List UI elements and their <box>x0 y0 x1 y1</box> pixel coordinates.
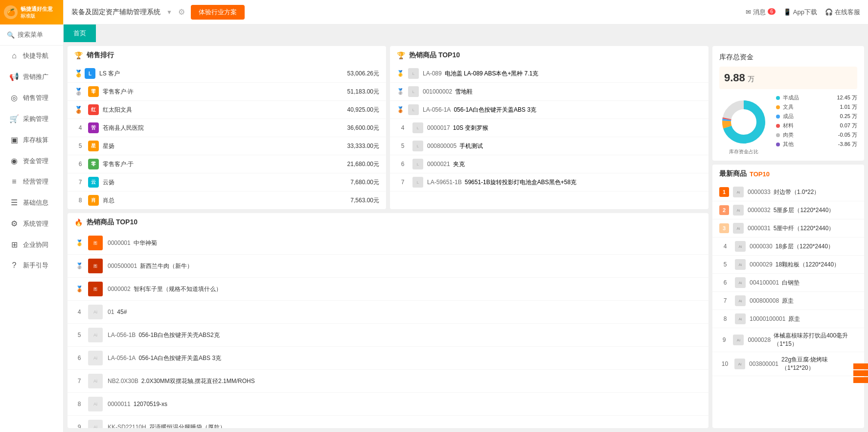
sidebar-item-purchase[interactable]: 🛒 采购管理 <box>0 108 63 129</box>
rank-number: 6 <box>74 161 86 168</box>
sales-ranking-header: 🏆 销售排行 <box>68 46 386 65</box>
table-row: 🥇 L LA-089 电池盖 LA-089 ABS本色+黑种 7.1克 <box>390 65 708 83</box>
product-image: L <box>412 122 423 133</box>
inventory-amount: 9.88 <box>724 72 745 84</box>
system-icon: ⚙ <box>9 219 19 228</box>
avatar: 红 <box>88 104 99 115</box>
list-item: 8 Ai 10000100001 原圭 <box>712 310 864 328</box>
mobile-icon: 📱 <box>783 8 791 16</box>
logo-icon: 🍊 <box>4 5 18 19</box>
product-thumbnail: Ai <box>88 328 103 342</box>
app-download-button[interactable]: 📱 App下载 <box>783 8 817 17</box>
sidebar-item-finance[interactable]: ◉ 资金管理 <box>0 150 63 171</box>
messages-button[interactable]: ✉ 消息 6 <box>746 8 776 17</box>
sidebar-item-marketing[interactable]: 📢 营销推广 <box>0 66 63 87</box>
sidebar-item-inventory[interactable]: ▣ 库存核算 <box>0 129 63 150</box>
home-icon: ⌂ <box>9 51 19 60</box>
product-image: Ai <box>735 259 746 270</box>
inventory-unit: 万 <box>748 75 754 83</box>
middle-panel: 🏆 销售排行 🥇 L LS 客户 53,006.26元 🥈 零 <box>68 46 708 428</box>
list-item: 10 Ai 003800001 22g鱼豆腐·烧烤味（1*12*20） <box>712 352 864 376</box>
table-row: 4 L 0000017 10S 变刺罗猴 <box>390 119 708 137</box>
avatar: 云 <box>88 177 99 188</box>
settings-icon[interactable]: ⚙ <box>178 7 185 17</box>
legend-dot <box>776 143 780 146</box>
hot-products-main-list: 🥇 图 0000001 中华神菊 🥈 图 000500001 新西兰牛肉（新牛）… <box>68 232 708 428</box>
sidebar-item-system[interactable]: ⚙ 系统管理 <box>0 213 63 234</box>
service-hotline-button[interactable]: 客服热线 <box>853 363 868 369</box>
trophy-silver-icon: 🥈 <box>74 88 84 96</box>
list-item: 5 Ai 0000029 18颗粒板（1220*2440） <box>712 256 864 274</box>
try-plan-button[interactable]: 体验行业方案 <box>191 5 245 20</box>
service-community-button[interactable]: 服务社区 <box>853 370 868 376</box>
trophy-gold-icon: 🥇 <box>74 70 83 77</box>
donut-svg: 库存资金占比 <box>719 97 768 146</box>
rank-gold: 1 <box>719 187 729 197</box>
new-products-list: 1 Ai 0000033 封边带（1.0*22） 2 Ai 0000032 5厘… <box>712 183 864 428</box>
rank-number: 4 <box>397 124 409 131</box>
sales-icon: ◎ <box>9 93 19 102</box>
top-section: 🏆 销售排行 🥇 L LS 客户 53,006.26元 🥈 零 <box>68 46 708 209</box>
avatar: 苦 <box>88 122 99 133</box>
table-row: 5 星 星扬 33,333.00元 <box>68 137 386 155</box>
table-row: 8 肖 肖总 7,563.00元 <box>68 192 386 209</box>
table-row: 6 零 零售客户·于 21,680.00元 <box>68 155 386 173</box>
tab-home[interactable]: 首页 <box>64 24 96 42</box>
legend-dot <box>776 133 780 137</box>
sidebar-item-sales[interactable]: ◎ 销售管理 <box>0 87 63 108</box>
sidebar-item-operations[interactable]: ≡ 经营管理 <box>0 171 63 192</box>
avatar: 肖 <box>88 195 99 206</box>
rank-number: 8 <box>719 315 731 322</box>
sidebar-search-area[interactable]: 🔍 搜索菜单 <box>0 24 63 46</box>
logo-text: 畅捷通好生意 标准版 <box>21 5 53 19</box>
inventory-icon: ▣ <box>9 135 19 144</box>
fire-icon: 🔥 <box>74 218 83 226</box>
rank-number: 8 <box>74 401 84 408</box>
trophy-icon-header: 🏆 <box>74 51 83 59</box>
messages-icon: ✉ <box>746 8 751 16</box>
table-row: 7 云 云扬 7,680.00元 <box>68 173 386 192</box>
list-item: 7 Ai 000800008 原圭 <box>712 292 864 310</box>
rank-bronze: 3 <box>719 223 729 233</box>
table-row: 🥇 L LS 客户 53,006.26元 <box>68 65 386 83</box>
rank-silver: 2 <box>719 205 729 215</box>
search-icon: 🔍 <box>7 31 15 39</box>
product-image: Ai <box>733 223 744 234</box>
search-menu-button[interactable]: 🔍 搜索菜单 <box>4 28 59 41</box>
sidebar-item-guide[interactable]: ? 新手引导 <box>0 255 63 276</box>
list-item: 9 Ai 0000028 体械嘉核味苏打饮品400毫升（1*15） <box>712 328 864 352</box>
product-image: L <box>412 159 423 169</box>
rank-number: 7 <box>719 297 731 304</box>
list-item: 7 Ai NB2.0X30B 2.0X30MM双摆花轴,摆花直径2.1MM/RO… <box>68 370 708 393</box>
rank-number: 4 <box>74 309 84 315</box>
trophy-bronze-icon: 🥉 <box>74 106 84 114</box>
list-item: 🥈 图 000500001 新西兰牛肉（新牛） <box>68 255 708 278</box>
table-row: 4 苦 苍南县人民医院 36,600.00元 <box>68 119 386 137</box>
product-image: L <box>408 86 419 97</box>
online-service-button[interactable]: 🎧 在线客服 <box>825 8 860 17</box>
operations-icon: ≡ <box>9 177 19 186</box>
inventory-card: 库存总资金 9.88 万 <box>712 46 864 161</box>
sidebar-item-corp[interactable]: ⊞ 企业协同 <box>0 234 63 255</box>
legend-item: 文具 1.01 万 <box>776 103 857 111</box>
rank-bronze-icon: 🥉 <box>74 286 84 292</box>
sidebar-item-home[interactable]: ⌂ 快捷导航 <box>0 46 63 66</box>
rank-number: 10 <box>719 360 731 367</box>
rank-number: 5 <box>74 332 84 338</box>
online-chat-button[interactable]: 在线客服 <box>853 377 868 383</box>
messages-badge: 6 <box>768 8 776 15</box>
sidebar-item-basic[interactable]: ☰ 基础信息 <box>0 192 63 213</box>
table-row: 🥉 红 红太阳文具 40,925.00元 <box>68 101 386 119</box>
finance-icon: ◉ <box>9 156 19 166</box>
sidebar-nav: ⌂ 快捷导航 📢 营销推广 ◎ 销售管理 🛒 采购管理 ▣ 库存核算 ◉ 资金管… <box>0 46 63 432</box>
legend-item: 其他 -3.86 万 <box>776 141 857 148</box>
table-row: 6 L 0000021 夹克 <box>390 155 708 173</box>
avatar: 星 <box>88 141 99 151</box>
list-item: 6 Ai LA-056-1A 056-1A白色按键开关盖ABS 3克 <box>68 347 708 370</box>
rank-number: 5 <box>397 143 409 149</box>
dropdown-arrow[interactable]: ▼ <box>166 9 172 16</box>
sidebar-logo: 🍊 畅捷通好生意 标准版 <box>0 0 63 24</box>
rank-number: 5 <box>74 143 86 149</box>
rank-number: 4 <box>719 243 731 250</box>
list-item: 9 Ai KK-SD22110H 花语暖恒温分腿睡袋（厚款） <box>68 416 708 428</box>
